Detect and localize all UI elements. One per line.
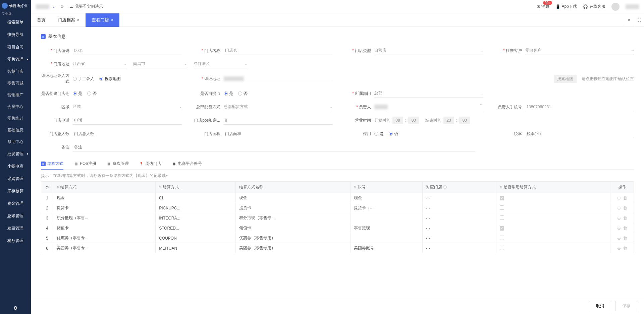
checkbox[interactable] (500, 205, 504, 210)
sub-member[interactable]: 会员中心 (0, 101, 31, 113)
input-pos[interactable] (224, 116, 333, 125)
select-hq-dist[interactable]: 总部配货方式⌄ (224, 103, 333, 111)
delete-icon[interactable]: 🗑 (622, 195, 628, 200)
input-remark[interactable] (73, 143, 475, 151)
menu-retail[interactable]: 零售管理 ▲ (0, 53, 31, 66)
radio-manual[interactable]: 手工录入 (73, 76, 94, 82)
subtab-settlement[interactable]: ≡结算方式 (41, 158, 63, 169)
gear-icon[interactable]: ⚙ (13, 305, 18, 311)
sub-smart-store[interactable]: 智慧门店 (0, 66, 31, 77)
input-phone[interactable] (73, 116, 182, 125)
select-region[interactable]: 区域⌄ (73, 103, 182, 111)
subtab-shift[interactable]: ▦班次管理 (106, 158, 129, 169)
input-store-name[interactable] (224, 46, 333, 55)
add-icon[interactable]: ⊕ (616, 215, 622, 221)
menu-contract[interactable]: 项目合同 (0, 41, 31, 53)
table-row[interactable]: 2提货卡PICKUPC...提货卡提货卡（...- -⊕🗑 (41, 203, 634, 213)
delete-icon[interactable]: 🗑 (622, 236, 628, 241)
add-icon[interactable]: ⊕ (616, 226, 622, 231)
menu-wholesale[interactable]: 批发管理 ▼ (0, 148, 31, 160)
time-end-m[interactable]: 00 (459, 117, 470, 124)
subtab-ecommerce[interactable]: ▣电商平台账号 (171, 158, 202, 169)
th-code[interactable]: ⇅结算方式... (156, 182, 236, 193)
time-end-h[interactable]: 23 (443, 117, 454, 124)
delete-icon[interactable]: 🗑 (622, 226, 628, 231)
sub-mall[interactable]: 零售商城 (0, 77, 31, 89)
menu-ledger[interactable]: 总账管理 (0, 210, 31, 222)
save-button[interactable]: 保存 (615, 301, 637, 311)
menu-invoice[interactable]: 发票管理 (0, 222, 31, 235)
org-selector[interactable]: ⌄ (36, 4, 55, 9)
checkbox[interactable]: ✓ (500, 196, 504, 200)
sub-stats[interactable]: 零售统计 (0, 113, 31, 124)
close-icon[interactable]: × (111, 18, 113, 22)
table-row[interactable]: 3积分抵现（零售...INTEGRA...积分抵现（零售专...- -⊕🗑 (41, 213, 634, 223)
input-area[interactable] (224, 129, 333, 138)
tab-home[interactable]: 首页 (31, 13, 52, 27)
sub-help[interactable]: 帮助中心 (0, 136, 31, 148)
messages-button[interactable]: ✉ 消息 99+ (537, 4, 549, 9)
input-staff[interactable] (73, 129, 182, 138)
sort-icon[interactable]: ⇅ (354, 186, 357, 189)
menu-tax[interactable]: 税务管理 (0, 235, 31, 247)
th-method[interactable]: ⇅结算方式 (53, 182, 156, 193)
select-city[interactable]: 南昌市⌄ (133, 60, 187, 68)
add-icon[interactable]: ⊕ (616, 195, 622, 200)
time-start-h[interactable]: 08 (392, 117, 403, 124)
close-icon[interactable]: × (77, 18, 79, 22)
settings-icon[interactable]: ⚙ (60, 4, 64, 9)
sort-icon[interactable]: ⇅ (500, 186, 502, 189)
time-start-m[interactable]: 00 (408, 117, 419, 124)
add-icon[interactable]: ⊕ (616, 205, 622, 210)
map-search-button[interactable]: 搜索地图 (554, 75, 577, 83)
add-icon[interactable]: ⊕ (616, 236, 622, 241)
more-icon[interactable]: ⋯ (480, 103, 483, 111)
add-icon[interactable]: ⊕ (616, 246, 622, 251)
download-button[interactable]: 📱 App下载 (555, 4, 577, 9)
delete-icon[interactable]: 🗑 (622, 215, 628, 221)
th-account[interactable]: ⇅账号 (351, 182, 423, 193)
radio-disable-yes[interactable]: 是 (374, 131, 384, 137)
sub-marketing[interactable]: 营销推广 (0, 89, 31, 101)
tab-view-store[interactable]: 查看门店 × (86, 13, 119, 27)
menu-funds[interactable]: 资金管理 (0, 197, 31, 210)
table-row[interactable]: 6美团券（零售专...MEITUAN美团券（零售专用）美团券账号- -⊕🗑 (41, 243, 634, 253)
select-store-type[interactable]: 自营店⌄ (374, 46, 483, 55)
subtab-pos[interactable]: ▤POS注册 (73, 158, 96, 169)
radio-map[interactable]: 搜索地图 (99, 76, 121, 82)
checkbox[interactable] (500, 246, 504, 250)
table-row[interactable]: 5优惠券（零售专...COUPON优惠券（零售专用）- -⊕🗑 (41, 233, 634, 243)
sub-baseinfo[interactable]: 基础信息 (0, 124, 31, 136)
checkbox[interactable] (500, 215, 504, 220)
menu-purchase[interactable]: 采购管理 (0, 173, 31, 185)
menu-search[interactable]: 搜索菜单 (0, 16, 31, 28)
tab-close-all-button[interactable]: × (624, 13, 634, 27)
select-department[interactable]: 总部⌄ (374, 89, 483, 98)
delete-icon[interactable]: 🗑 (622, 205, 628, 210)
delete-icon[interactable]: 🗑 (622, 246, 628, 251)
table-row[interactable]: 1现金01现金现金- -✓⊕🗑 (41, 193, 634, 203)
radio-pickup-yes[interactable]: 是 (224, 91, 233, 97)
menu-ecom[interactable]: 小畅电商 (0, 160, 31, 173)
radio-disable-no[interactable]: 否 (389, 131, 398, 137)
avatar[interactable] (611, 3, 620, 11)
input-store-code[interactable] (73, 46, 182, 55)
checkbox[interactable]: ✓ (500, 226, 504, 231)
fullscreen-button[interactable]: ⛶ (634, 13, 644, 27)
select-province[interactable]: 江西省⌄ (73, 60, 126, 68)
select-district[interactable]: 红谷滩区⌄ (194, 60, 247, 68)
input-tax[interactable] (525, 129, 634, 138)
tab-archive[interactable]: 门店档案 × (52, 13, 86, 27)
service-button[interactable]: 🎧 在线客服 (583, 4, 605, 9)
menu-inventory[interactable]: 库存核算 (0, 185, 31, 197)
subtab-nearby[interactable]: 📍周边门店 (139, 158, 161, 169)
th-gear[interactable]: ⚙ (41, 182, 53, 193)
radio-wh-yes[interactable]: 是 (73, 91, 82, 97)
demo-link[interactable]: ☁ 我要看实例演示 (69, 4, 103, 9)
help-icon[interactable]: ⓘ (443, 185, 447, 189)
th-common[interactable]: ⇅是否常用结算方式 (496, 182, 610, 193)
sort-icon[interactable]: ⇅ (159, 186, 162, 189)
menu-quicknav[interactable]: 快捷导航 (0, 28, 31, 41)
cancel-button[interactable]: 取消 (589, 301, 611, 311)
select-customer[interactable]: 零散客户⋯ (525, 46, 634, 55)
